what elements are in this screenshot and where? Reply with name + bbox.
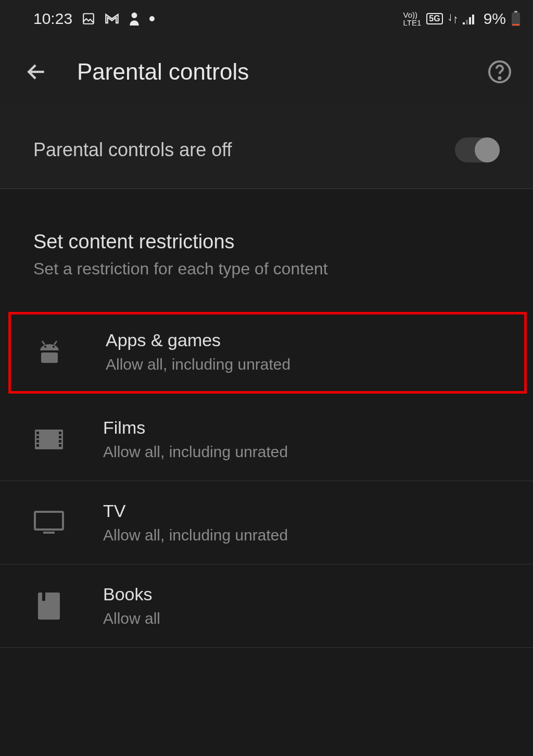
svg-rect-20 (59, 436, 61, 438)
svg-rect-25 (42, 593, 45, 601)
svg-rect-15 (36, 432, 39, 434)
status-right: Vo))LTE1 5G 9% (403, 10, 521, 28)
volte-indicator: Vo))LTE1 (403, 11, 422, 27)
section-header: Set content restrictions Set a restricti… (0, 189, 533, 299)
status-time: 10:23 (33, 10, 72, 28)
svg-point-11 (44, 346, 46, 348)
item-subtitle: Allow all, including unrated (103, 443, 500, 461)
network-badge: 5G (426, 13, 442, 24)
content-item-films[interactable]: Films Allow all, including unrated (0, 398, 533, 481)
section-title: Set content restrictions (33, 231, 500, 253)
svg-point-12 (53, 346, 55, 348)
svg-rect-16 (36, 436, 39, 438)
parental-toggle-row[interactable]: Parental controls are off (0, 106, 533, 189)
svg-rect-4 (469, 17, 471, 24)
battery-icon (511, 11, 521, 27)
page-title: Parental controls (77, 59, 487, 85)
item-title: Books (103, 584, 500, 604)
svg-rect-19 (59, 432, 61, 434)
signal-icon (463, 13, 476, 24)
svg-rect-13 (41, 352, 58, 363)
svg-rect-18 (36, 444, 39, 447)
svg-rect-17 (36, 440, 39, 443)
book-icon (33, 593, 65, 620)
svg-rect-0 (83, 14, 94, 24)
back-button[interactable] (25, 60, 48, 83)
svg-rect-3 (466, 20, 468, 24)
film-icon (33, 430, 65, 449)
svg-point-1 (132, 12, 137, 18)
person-icon (129, 12, 140, 26)
page-header: Parental controls (0, 37, 533, 106)
arrow-left-icon (25, 60, 48, 83)
status-bar: 10:23 Vo))LTE1 5G (0, 0, 533, 37)
item-subtitle: Allow all, including unrated (103, 526, 500, 544)
item-title: Films (103, 418, 500, 438)
image-icon (82, 12, 95, 26)
svg-point-10 (499, 77, 500, 79)
content-item-books[interactable]: Books Allow all (0, 564, 533, 648)
battery-text: 9% (484, 10, 506, 28)
tv-icon (33, 511, 65, 535)
status-dot-icon (149, 16, 155, 21)
svg-rect-22 (59, 444, 61, 447)
data-arrows-icon (448, 13, 458, 24)
svg-rect-5 (472, 15, 474, 24)
parental-toggle-label: Parental controls are off (33, 139, 232, 161)
item-subtitle: Allow all, including unrated (106, 356, 499, 373)
svg-rect-21 (59, 440, 61, 443)
help-button[interactable] (487, 59, 512, 84)
svg-rect-24 (38, 593, 60, 620)
status-left: 10:23 (33, 10, 155, 28)
svg-rect-14 (35, 430, 63, 449)
gmail-icon (105, 13, 119, 24)
item-title: Apps & games (106, 330, 499, 350)
content-item-tv[interactable]: TV Allow all, including unrated (0, 481, 533, 564)
android-icon (34, 339, 65, 365)
svg-rect-6 (514, 11, 517, 12)
svg-rect-8 (512, 24, 519, 26)
content-item-apps-and-games[interactable]: Apps & games Allow all, including unrate… (8, 312, 527, 394)
item-title: TV (103, 501, 500, 521)
parental-toggle-switch[interactable] (455, 137, 500, 162)
help-icon (487, 59, 512, 84)
svg-rect-2 (463, 22, 465, 24)
svg-rect-26 (45, 593, 48, 601)
svg-rect-23 (35, 512, 63, 530)
item-subtitle: Allow all (103, 610, 500, 627)
section-subtitle: Set a restriction for each type of conte… (33, 259, 500, 279)
